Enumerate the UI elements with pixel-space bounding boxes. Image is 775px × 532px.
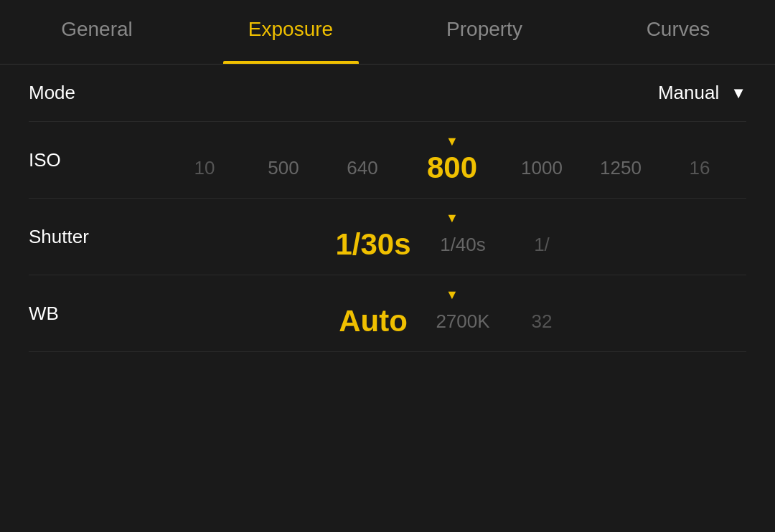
- shutter-value-1-30: 1/30s: [323, 227, 423, 262]
- wb-row: WB ▼ Auto 2700K 32: [29, 275, 746, 352]
- wb-value-auto: Auto: [323, 304, 423, 338]
- tabs-bar: General Exposure Property Curves: [0, 0, 775, 65]
- tab-exposure[interactable]: Exposure: [194, 0, 388, 64]
- shutter-values: 1/30s 1/40s 1/: [158, 227, 746, 262]
- iso-indicator: ▼: [446, 135, 459, 148]
- iso-value-16: 16: [660, 157, 739, 179]
- tab-general[interactable]: General: [0, 0, 194, 64]
- shutter-indicator: ▼: [446, 212, 459, 224]
- content-area: Mode Manual ▼ ISO ▼ 10 500 640 800 1000 …: [0, 65, 775, 352]
- mode-row: Mode Manual ▼: [29, 65, 746, 122]
- iso-selector[interactable]: ▼ 10 500 640 800 1000 1250 16: [158, 135, 746, 185]
- iso-value-10: 10: [165, 157, 244, 179]
- iso-value-1000: 1000: [502, 157, 581, 179]
- mode-control: Manual ▼: [158, 82, 746, 104]
- iso-value-800: 800: [402, 151, 502, 185]
- mode-value: Manual: [658, 82, 719, 104]
- tab-curves[interactable]: Curves: [581, 0, 775, 64]
- wb-indicator: ▼: [446, 288, 459, 301]
- tab-curves-label: Curves: [647, 18, 710, 41]
- shutter-label: Shutter: [29, 226, 158, 248]
- wb-label: WB: [29, 303, 158, 325]
- shutter-row: Shutter ▼ 1/30s 1/40s 1/: [29, 199, 746, 275]
- wb-values: Auto 2700K 32: [158, 304, 746, 338]
- iso-label: ISO: [29, 149, 158, 171]
- shutter-selector[interactable]: ▼ 1/30s 1/40s 1/: [158, 212, 746, 262]
- iso-value-1250: 1250: [581, 157, 660, 179]
- wb-value-2700k: 2700K: [423, 310, 502, 333]
- tab-property[interactable]: Property: [388, 0, 581, 64]
- wb-selector[interactable]: ▼ Auto 2700K 32: [158, 288, 746, 338]
- wb-value-32: 32: [502, 310, 581, 333]
- shutter-value-next: 1/: [502, 234, 581, 256]
- mode-dropdown-arrow[interactable]: ▼: [731, 84, 746, 103]
- tab-general-label: General: [61, 18, 133, 41]
- iso-value-640: 640: [323, 157, 402, 179]
- mode-label: Mode: [29, 82, 158, 104]
- iso-values: 10 500 640 800 1000 1250 16: [158, 151, 746, 185]
- iso-value-500: 500: [244, 157, 323, 179]
- shutter-value-1-40: 1/40s: [423, 234, 502, 256]
- tab-property-label: Property: [446, 18, 522, 41]
- tab-exposure-label: Exposure: [248, 18, 333, 41]
- iso-row: ISO ▼ 10 500 640 800 1000 1250 16: [29, 122, 746, 199]
